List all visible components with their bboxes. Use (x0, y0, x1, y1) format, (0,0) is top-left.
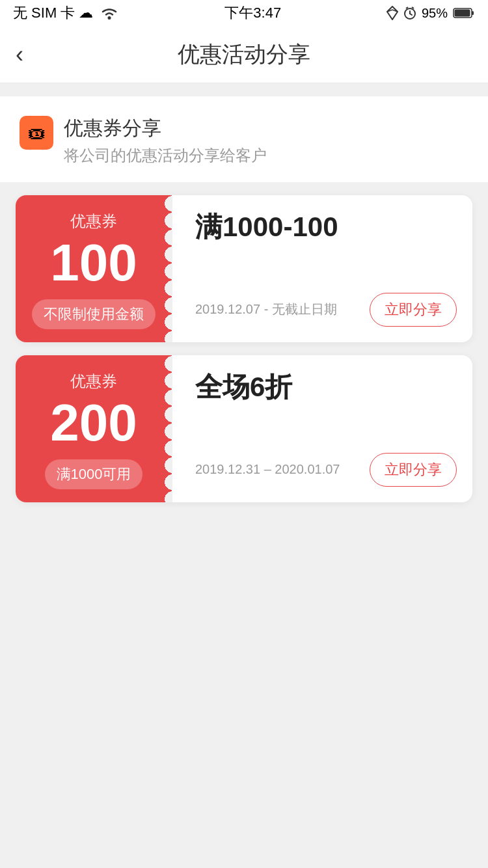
coupon-left-1: 优惠券 100 不限制使用金额 (16, 195, 172, 342)
alarm-icon (403, 6, 416, 20)
svg-point-0 (108, 16, 111, 20)
section-header: 🎟 优惠券分享 将公司的优惠活动分享给客户 (0, 96, 488, 182)
share-button-1[interactable]: 立即分享 (370, 293, 457, 327)
coupon-condition-2: 满1000可用 (45, 459, 143, 489)
location-icon (386, 6, 398, 20)
coupon-meta-2: 2019.12.31 – 2020.01.07 立即分享 (195, 453, 457, 487)
section-title: 优惠券分享 (64, 115, 267, 142)
coupon-name-2: 全场6折 (195, 371, 457, 403)
nav-title: 优惠活动分享 (178, 40, 310, 70)
coupon-right-1: 满1000-100 2019.12.07 - 无截止日期 立即分享 (172, 195, 472, 342)
coupon-condition-1: 不限制使用金额 (32, 299, 156, 329)
coupon-type-2: 优惠券 (70, 371, 117, 392)
section-icon-emoji: 🎟 (27, 122, 46, 144)
coupon-card-1: 优惠券 100 不限制使用金额 满1000-100 2019.12.07 - 无… (16, 195, 472, 342)
coupon-amount-2: 200 (50, 397, 137, 449)
coupon-name-1: 满1000-100 (195, 211, 457, 243)
section-subtitle: 将公司的优惠活动分享给客户 (64, 144, 267, 167)
status-left: 无 SIM 卡 ☁ (13, 3, 119, 23)
coupon-left-2: 优惠券 200 满1000可用 (16, 355, 172, 502)
coupon-amount-1: 100 (50, 237, 137, 289)
bottom-space (0, 515, 488, 868)
svg-rect-7 (472, 11, 474, 15)
nav-bar: ‹ 优惠活动分享 (0, 26, 488, 83)
back-button[interactable]: ‹ (16, 41, 23, 68)
battery-icon (453, 7, 475, 19)
coupons-list: 优惠券 100 不限制使用金额 满1000-100 2019.12.07 - 无… (0, 182, 488, 515)
wifi-icon (100, 6, 119, 20)
coupon-card-2: 优惠券 200 满1000可用 全场6折 2019.12.31 – 2020.0… (16, 355, 472, 502)
coupon-meta-1: 2019.12.07 - 无截止日期 立即分享 (195, 293, 457, 327)
share-button-2[interactable]: 立即分享 (370, 453, 457, 487)
sim-label: 无 SIM 卡 ☁ (13, 3, 93, 23)
coupon-date-2: 2019.12.31 – 2020.01.07 (195, 462, 340, 477)
coupon-right-2: 全场6折 2019.12.31 – 2020.01.07 立即分享 (172, 355, 472, 502)
coupon-type-1: 优惠券 (70, 211, 117, 232)
coupon-date-1: 2019.12.07 - 无截止日期 (195, 301, 337, 318)
section-icon: 🎟 (20, 116, 53, 150)
status-right: 95% (386, 6, 475, 21)
svg-line-3 (410, 14, 412, 15)
status-bar: 无 SIM 卡 ☁ 下午3:47 95% (0, 0, 488, 26)
battery-text: 95% (422, 6, 448, 21)
status-time: 下午3:47 (224, 3, 281, 23)
section-text-block: 优惠券分享 将公司的优惠活动分享给客户 (64, 115, 267, 167)
svg-rect-8 (455, 10, 470, 17)
